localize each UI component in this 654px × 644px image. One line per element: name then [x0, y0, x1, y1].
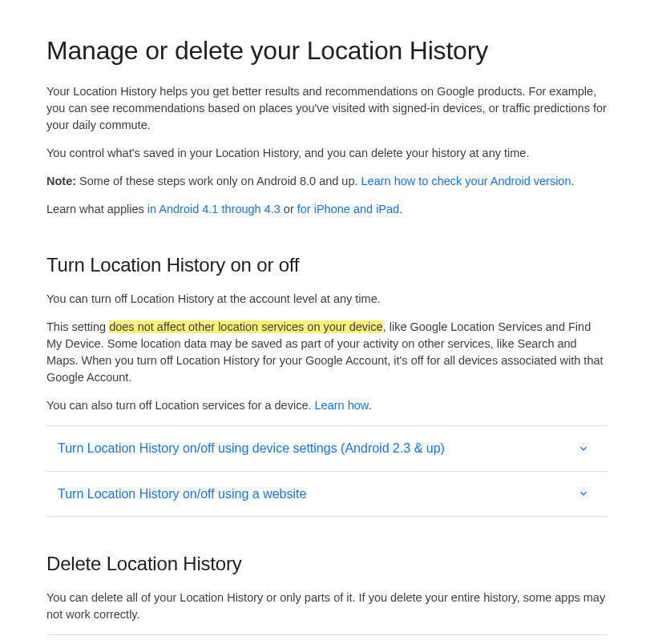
accordion-group-delete: Delete Location History using device set…	[46, 634, 608, 644]
turn-p1: You can turn off Location History at the…	[46, 291, 608, 308]
accordion-title: Turn Location History on/off using devic…	[58, 439, 445, 457]
accordion-turn-website[interactable]: Turn Location History on/off using a web…	[46, 472, 608, 517]
delete-p1: You can delete all of your Location Hist…	[46, 590, 608, 623]
accordion-title: Turn Location History on/off using a web…	[58, 485, 306, 503]
note-period: .	[571, 175, 575, 187]
learn-prefix: Learn what applies	[46, 203, 147, 215]
highlighted-text: does not affect other location services …	[109, 320, 383, 333]
learn-or: or	[281, 203, 297, 215]
accordion-turn-device[interactable]: Turn Location History on/off using devic…	[46, 426, 608, 471]
turn-p2: This setting does not affect other locat…	[46, 319, 608, 386]
android-version-link[interactable]: Learn how to check your Android version	[361, 175, 571, 187]
android-41-43-link[interactable]: in Android 4.1 through 4.3	[147, 203, 281, 215]
learn-how-link[interactable]: Learn how	[315, 399, 369, 412]
page-title: Manage or delete your Location History	[46, 32, 608, 69]
note-paragraph: Note: Some of these steps work only on A…	[46, 173, 608, 190]
turn-p3-a: You can also turn off Location services …	[46, 399, 315, 412]
section-heading-delete: Delete Location History	[46, 550, 608, 578]
learn-what-applies: Learn what applies in Android 4.1 throug…	[46, 201, 608, 218]
iphone-ipad-link[interactable]: for iPhone and iPad	[297, 203, 399, 215]
turn-p2-a: This setting	[46, 320, 109, 333]
section-heading-turn: Turn Location History on or off	[46, 252, 608, 280]
accordion-delete-device[interactable]: Delete Location History using device set…	[46, 635, 608, 644]
note-text: Some of these steps work only on Android…	[76, 175, 361, 187]
note-label: Note:	[46, 175, 76, 187]
intro-paragraph-2: You control what's saved in your Locatio…	[46, 145, 608, 162]
chevron-down-icon	[577, 487, 590, 500]
intro-paragraph-1: Your Location History helps you get bett…	[46, 83, 608, 134]
turn-p3-b: .	[368, 399, 371, 412]
chevron-down-icon	[577, 442, 590, 455]
accordion-group-turn: Turn Location History on/off using devic…	[46, 425, 608, 516]
learn-period: .	[399, 203, 402, 215]
turn-p3: You can also turn off Location services …	[46, 397, 608, 414]
